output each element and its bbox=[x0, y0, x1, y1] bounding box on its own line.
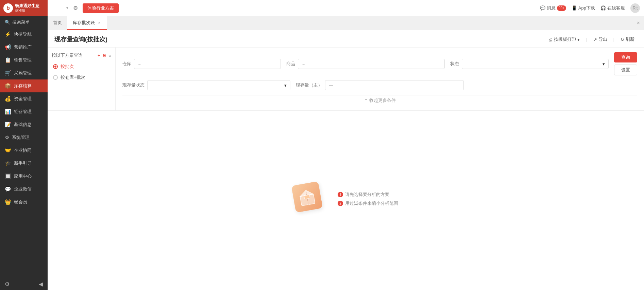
status-input[interactable]: ▾ bbox=[462, 59, 609, 69]
sidebar-item-apps[interactable]: 🔲 应用中心 bbox=[0, 170, 48, 183]
filter-option-by-warehouse-batch[interactable]: 按仓库+批次 bbox=[48, 72, 115, 83]
sidebar-item-ops[interactable]: 📊 经营管理 bbox=[0, 105, 48, 118]
sidebar-item-wechat[interactable]: 💬 企业微信 bbox=[0, 183, 48, 196]
filter-option-label: 按批次 bbox=[61, 64, 74, 70]
warehouse-field: 仓库 ··· bbox=[122, 59, 281, 69]
search-icon: 🔍 bbox=[5, 20, 10, 25]
empty-tips: 1 请先选择要分析的方案 2 用过滤条件来缩小分析范围 bbox=[338, 192, 398, 209]
filter-settings-icon[interactable]: ⊕ bbox=[102, 53, 106, 58]
topbar-gear-icon[interactable]: ⚙ bbox=[72, 3, 79, 13]
topbar-right: 💬 消息 99+ 📱 App下载 🎧 在线客服 Rit bbox=[540, 3, 640, 13]
filter-row-1: 仓库 ··· 商品 ··· 状态 bbox=[122, 52, 637, 75]
sidebar-collapse-icon[interactable]: ◀ bbox=[39, 281, 43, 287]
breadcrumb-chevron: ▾ bbox=[66, 6, 68, 10]
member-icon: 👑 bbox=[5, 199, 11, 205]
settings-button[interactable]: 设置 bbox=[614, 65, 637, 75]
sidebar-item-label: 采购管理 bbox=[14, 70, 32, 76]
tab-bar: 首页 库存批次账 × × bbox=[48, 16, 644, 30]
sidebar-search-label: 搜索菜单 bbox=[12, 19, 30, 25]
app-download-label: App下载 bbox=[578, 5, 595, 11]
tab-batch-account-label: 库存批次账 bbox=[73, 20, 95, 26]
stock-status-input[interactable]: ▾ bbox=[147, 80, 290, 90]
stock-status-chevron: ▾ bbox=[284, 83, 287, 88]
sidebar-search[interactable]: 🔍 搜索菜单 bbox=[0, 16, 48, 28]
refresh-label: 刷新 bbox=[626, 36, 634, 42]
print-icon: 🖨 bbox=[548, 37, 553, 42]
product-input[interactable]: ··· bbox=[298, 59, 445, 69]
filter-add-icon[interactable]: + bbox=[98, 53, 100, 58]
breadcrumb: ▾ bbox=[52, 5, 68, 11]
collapse-more-button[interactable]: ⌃ 收起更多条件 bbox=[122, 95, 637, 106]
user-avatar: Rit bbox=[630, 3, 640, 13]
filter-sidebar: 按以下方案查询 + ⊕ « 按批次 按仓库+批次 bbox=[48, 48, 116, 110]
export-button[interactable]: ↗ 导出 bbox=[591, 35, 610, 44]
sidebar-item-sales[interactable]: 📋 销售管理 bbox=[0, 54, 48, 67]
warehouse-label: 仓库 bbox=[122, 61, 131, 67]
app-name: 畅康通好生意 bbox=[15, 3, 39, 9]
sidebar-settings-icon[interactable]: ⚙ bbox=[5, 281, 10, 287]
sidebar-item-label: 营销推广 bbox=[14, 44, 32, 50]
refresh-icon: ↻ bbox=[621, 37, 624, 42]
sidebar-item-label: 应用中心 bbox=[14, 173, 32, 179]
sidebar-item-member[interactable]: 👑 畅会员 bbox=[0, 196, 48, 209]
sidebar-item-system[interactable]: ⚙ 系统管理 bbox=[0, 131, 48, 144]
stock-amount-input[interactable]: — bbox=[325, 80, 464, 90]
refresh-button[interactable]: ↻ 刷新 bbox=[618, 35, 637, 44]
main-area: 首页 库存批次账 × × 现存量查询(按批次) 🖨 按模板打印 ▾ | ↗ 导出 bbox=[48, 16, 644, 290]
online-service-button[interactable]: 🎧 在线客服 bbox=[600, 5, 625, 11]
tip-2-text: 用过滤条件来缩小分析范围 bbox=[345, 200, 398, 206]
sidebar-item-inventory[interactable]: 📦 库存核算 bbox=[0, 79, 48, 92]
sidebar-item-label: 基础信息 bbox=[14, 122, 32, 128]
print-template-button[interactable]: 🖨 按模板打印 ▾ bbox=[545, 35, 582, 44]
export-label: 导出 bbox=[598, 36, 607, 42]
page-content: 现存量查询(按批次) 🖨 按模板打印 ▾ | ↗ 导出 | ↻ 刷新 bbox=[48, 30, 644, 290]
print-template-label: 按模板打印 bbox=[554, 36, 576, 42]
basic-icon: 📝 bbox=[5, 122, 11, 128]
tab-batch-account[interactable]: 库存批次账 × bbox=[67, 16, 107, 30]
tab-home-label: 首页 bbox=[53, 20, 62, 26]
sidebar-item-label: 系统管理 bbox=[12, 134, 30, 141]
stock-amount-label: 现存量（主） bbox=[296, 82, 322, 88]
user-menu[interactable]: Rit bbox=[630, 3, 640, 13]
sidebar-item-newbie[interactable]: 🎓 新手引导 bbox=[0, 157, 48, 170]
sidebar: b 畅康通好生意 标准版 🔍 搜索菜单 ⚡ 快捷导航 📢 营销推广 📋 销售管理… bbox=[0, 0, 48, 290]
box-svg bbox=[295, 185, 319, 209]
inventory-icon: 📦 bbox=[5, 83, 11, 89]
empty-illustration bbox=[291, 181, 323, 213]
collapse-up-icon: ⌃ bbox=[364, 98, 368, 103]
sidebar-item-label: 销售管理 bbox=[14, 57, 32, 63]
filter-collapse-left-icon[interactable]: « bbox=[108, 53, 111, 58]
tab-bar-close-button[interactable]: × bbox=[633, 20, 644, 26]
filter-option-by-batch[interactable]: 按批次 bbox=[48, 61, 115, 72]
tab-home[interactable]: 首页 bbox=[48, 16, 67, 30]
warehouse-input[interactable]: ··· bbox=[134, 59, 281, 69]
sidebar-item-label: 畅会员 bbox=[14, 199, 27, 205]
sidebar-item-purchase[interactable]: 🛒 采购管理 bbox=[0, 67, 48, 79]
filter-sidebar-header: 按以下方案查询 + ⊕ « bbox=[48, 51, 115, 61]
sidebar-item-enterprise[interactable]: 🤝 企业协同 bbox=[0, 144, 48, 157]
page-header-actions: 🖨 按模板打印 ▾ | ↗ 导出 | ↻ 刷新 bbox=[545, 35, 637, 44]
sidebar-item-basic[interactable]: 📝 基础信息 bbox=[0, 118, 48, 131]
sidebar-item-marketing[interactable]: 📢 营销推广 bbox=[0, 41, 48, 54]
quick-nav-icon: ⚡ bbox=[5, 31, 11, 37]
filter-area: 按以下方案查询 + ⊕ « 按批次 按仓库+批次 bbox=[48, 48, 644, 111]
sidebar-item-label: 新手引导 bbox=[14, 160, 32, 166]
sidebar-item-finance[interactable]: 💰 资金管理 bbox=[0, 92, 48, 105]
trial-button[interactable]: 体验行业方案 bbox=[83, 3, 119, 13]
divider2: | bbox=[613, 37, 614, 42]
message-icon: 💬 bbox=[540, 5, 545, 11]
filter-main: 仓库 ··· 商品 ··· 状态 bbox=[116, 48, 644, 110]
app-download-button[interactable]: 📱 App下载 bbox=[572, 5, 595, 11]
sidebar-item-quick-nav[interactable]: ⚡ 快捷导航 bbox=[0, 28, 48, 41]
sidebar-nav: ⚡ 快捷导航 📢 营销推广 📋 销售管理 🛒 采购管理 📦 库存核算 💰 资金管… bbox=[0, 28, 48, 278]
export-icon: ↗ bbox=[593, 37, 597, 42]
sidebar-item-label: 企业协同 bbox=[14, 147, 32, 153]
tip-1-text: 请先选择要分析的方案 bbox=[345, 192, 389, 198]
query-button[interactable]: 查询 bbox=[614, 52, 637, 62]
message-button[interactable]: 💬 消息 99+ bbox=[540, 5, 566, 11]
tip-2-num: 2 bbox=[338, 201, 343, 206]
status-field: 状态 ▾ bbox=[450, 59, 609, 69]
empty-state: 1 请先选择要分析的方案 2 用过滤条件来缩小分析范围 bbox=[48, 111, 644, 290]
page-header: 现存量查询(按批次) 🖨 按模板打印 ▾ | ↗ 导出 | ↻ 刷新 bbox=[48, 30, 644, 48]
tab-close-icon[interactable]: × bbox=[97, 20, 102, 25]
